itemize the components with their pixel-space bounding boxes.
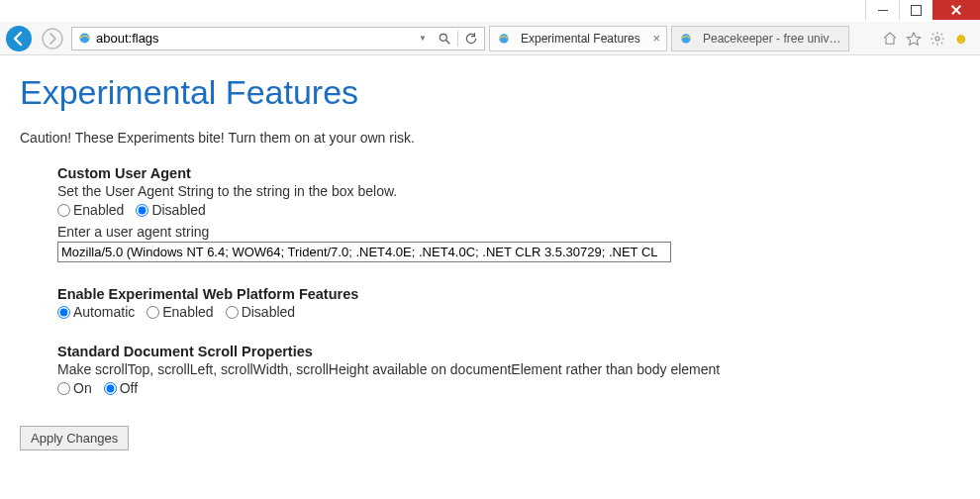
section-title: Enable Experimental Web Platform Feature… bbox=[57, 286, 929, 302]
section-title: Custom User Agent bbox=[57, 165, 929, 181]
svg-point-3 bbox=[440, 34, 446, 41]
webfeat-radio-group: Automatic Enabled Disabled bbox=[57, 304, 929, 320]
tab-experimental-features[interactable]: Experimental Features × bbox=[489, 26, 667, 51]
address-separator bbox=[457, 31, 458, 47]
svg-point-6 bbox=[681, 34, 690, 43]
svg-point-2 bbox=[79, 34, 89, 44]
window-close-button[interactable] bbox=[932, 0, 980, 20]
webfeat-disabled-radio[interactable] bbox=[226, 306, 239, 319]
svg-line-4 bbox=[446, 40, 450, 44]
caution-text: Caution! These Experiments bite! Turn th… bbox=[20, 130, 960, 146]
tab-peacekeeper[interactable]: Peacekeeper - free universa... bbox=[671, 26, 849, 51]
section-description: Set the User Agent String to the string … bbox=[57, 183, 929, 199]
section-custom-user-agent: Custom User Agent Set the User Agent Str… bbox=[57, 165, 929, 262]
section-scroll-properties: Standard Document Scroll Properties Make… bbox=[57, 344, 929, 396]
ua-disabled-radio[interactable] bbox=[136, 204, 148, 217]
radio-label: Enabled bbox=[162, 304, 213, 320]
svg-marker-7 bbox=[907, 33, 920, 45]
user-agent-input[interactable] bbox=[57, 242, 671, 262]
tab-close-icon[interactable]: × bbox=[652, 31, 660, 46]
radio-label: Disabled bbox=[242, 304, 295, 320]
ua-input-label: Enter a user agent string bbox=[57, 224, 929, 240]
svg-point-5 bbox=[499, 34, 508, 43]
webfeat-enabled-radio[interactable] bbox=[147, 306, 159, 319]
section-web-platform-features: Enable Experimental Web Platform Feature… bbox=[57, 286, 929, 320]
nav-forward-button[interactable] bbox=[38, 24, 67, 53]
browser-toolbar: ▼ Experimental Features × Peacekeeper - … bbox=[0, 22, 980, 55]
feedback-icon[interactable]: ☻ bbox=[952, 30, 970, 48]
webfeat-automatic-option[interactable]: Automatic bbox=[57, 304, 135, 320]
window-titlebar bbox=[0, 0, 980, 22]
radio-label: Automatic bbox=[73, 304, 135, 320]
ie-logo-icon bbox=[678, 31, 694, 47]
tab-title: Experimental Features bbox=[521, 32, 647, 46]
section-description: Make scrollTop, scrollLeft, scrollWidth,… bbox=[57, 361, 929, 377]
ua-radio-group: Enabled Disabled bbox=[57, 202, 929, 218]
page-content: Experimental Features Caution! These Exp… bbox=[0, 55, 980, 460]
window-maximize-button[interactable] bbox=[899, 0, 932, 20]
tab-title: Peacekeeper - free universa... bbox=[703, 32, 842, 46]
scrollprops-on-radio[interactable] bbox=[57, 382, 70, 395]
ie-logo-icon bbox=[496, 31, 512, 47]
window-minimize-button[interactable] bbox=[865, 0, 899, 20]
toolbar-right-icons: ☻ bbox=[881, 30, 976, 48]
refresh-icon[interactable] bbox=[460, 28, 482, 50]
home-icon[interactable] bbox=[881, 30, 899, 48]
scrollprops-radio-group: On Off bbox=[57, 380, 929, 396]
webfeat-disabled-option[interactable]: Disabled bbox=[226, 304, 295, 320]
tools-icon[interactable] bbox=[929, 30, 946, 48]
search-icon[interactable] bbox=[434, 28, 455, 50]
radio-label: Off bbox=[120, 380, 138, 396]
address-bar[interactable]: ▼ bbox=[71, 27, 485, 50]
address-dropdown-button[interactable]: ▼ bbox=[412, 28, 434, 50]
favorites-icon[interactable] bbox=[905, 30, 923, 48]
page-title: Experimental Features bbox=[20, 73, 960, 112]
scrollprops-on-option[interactable]: On bbox=[57, 380, 92, 396]
ie-logo-icon bbox=[76, 31, 92, 47]
radio-label: Enabled bbox=[73, 202, 124, 218]
svg-point-1 bbox=[43, 29, 62, 49]
svg-point-8 bbox=[935, 37, 939, 41]
ua-enabled-radio[interactable] bbox=[57, 204, 70, 217]
svg-point-0 bbox=[6, 26, 32, 51]
scrollprops-off-radio[interactable] bbox=[104, 382, 117, 395]
address-input[interactable] bbox=[96, 31, 412, 46]
apply-changes-button[interactable]: Apply Changes bbox=[20, 426, 129, 450]
nav-back-button[interactable] bbox=[4, 24, 34, 53]
radio-label: Disabled bbox=[151, 202, 205, 218]
section-title: Standard Document Scroll Properties bbox=[57, 344, 929, 359]
ua-enabled-option[interactable]: Enabled bbox=[57, 202, 124, 218]
radio-label: On bbox=[73, 380, 92, 396]
scrollprops-off-option[interactable]: Off bbox=[104, 380, 138, 396]
ua-disabled-option[interactable]: Disabled bbox=[136, 202, 205, 218]
webfeat-automatic-radio[interactable] bbox=[57, 306, 70, 319]
webfeat-enabled-option[interactable]: Enabled bbox=[147, 304, 213, 320]
